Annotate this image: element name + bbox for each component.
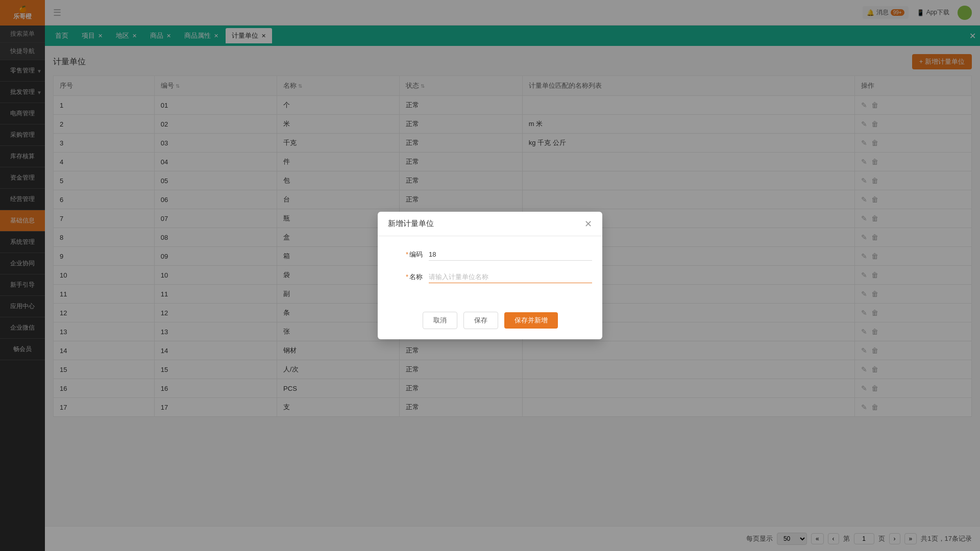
name-label: *名称 (388, 272, 429, 282)
modal-overlay: 新增计量单位 ✕ *编码 *名称 取消 保存 保存并新增 (0, 0, 980, 551)
form-row-name: *名称 (388, 271, 592, 283)
modal-footer: 取消 保存 保存并新增 (378, 306, 602, 339)
code-label: *编码 (388, 250, 429, 259)
add-unit-modal: 新增计量单位 ✕ *编码 *名称 取消 保存 保存并新增 (378, 212, 602, 339)
modal-title: 新增计量单位 (388, 219, 434, 229)
save-new-button[interactable]: 保存并新增 (504, 312, 558, 329)
save-button[interactable]: 保存 (463, 312, 498, 329)
form-row-code: *编码 (388, 248, 592, 261)
modal-header: 新增计量单位 ✕ (378, 212, 602, 236)
name-input[interactable] (429, 271, 592, 283)
cancel-button[interactable]: 取消 (423, 312, 457, 329)
code-input[interactable] (429, 248, 592, 261)
modal-body: *编码 *名称 (378, 236, 602, 306)
modal-close-button[interactable]: ✕ (584, 219, 592, 229)
